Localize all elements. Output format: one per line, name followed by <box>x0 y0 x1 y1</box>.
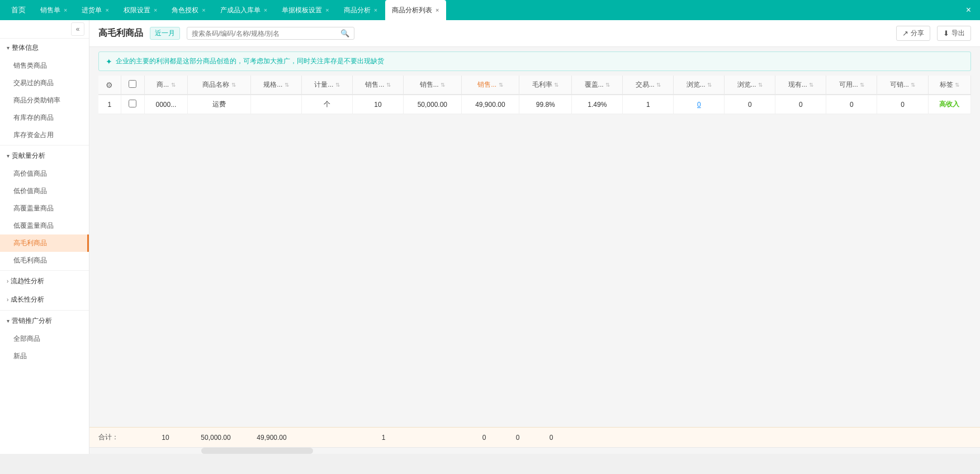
sort-trade-icon: ⇅ <box>656 82 661 88</box>
th-sales-qty[interactable]: 销售... ⇅ <box>353 76 404 95</box>
footer-sales-cost: 49,900.00 <box>244 434 300 442</box>
footer-cells: 10 50,000.00 49,900.00 1 0 0 0 <box>143 434 971 442</box>
sidebar-group-marketing[interactable]: ▾ 营销推广分析 <box>0 312 89 330</box>
td-current-stock: 0 <box>775 95 826 114</box>
sort-browse1-icon: ⇅ <box>707 82 712 88</box>
sort-code-icon: ⇅ <box>171 82 176 88</box>
nav-tab-role[interactable]: 角色授权 × <box>165 0 212 20</box>
footer-trade-count: 1 <box>367 434 400 442</box>
sidebar-item-high-margin[interactable]: 高毛利商品 <box>0 234 89 252</box>
td-code: 0000... <box>144 95 188 114</box>
sidebar-item-low-coverage[interactable]: 低覆盖量商品 <box>0 217 89 234</box>
nav-home[interactable]: 首页 <box>4 0 32 20</box>
td-sales-cost: 49,900.00 <box>461 95 519 114</box>
footer-browse2 <box>434 434 467 442</box>
nav-tab-analysis-list[interactable]: 商品分析列表 × <box>385 0 446 20</box>
sidebar-item-new-goods[interactable]: 新品 <box>0 348 89 365</box>
settings-icon[interactable]: ⚙ <box>106 81 113 90</box>
main-layout: « ▾ 整体信息 销售类商品 交易过的商品 商品分类助销率 有库存的商品 库存资… <box>0 20 980 454</box>
nav-tab-template[interactable]: 单据模板设置 × <box>275 0 335 20</box>
footer-available-stock: 0 <box>501 434 534 442</box>
th-tag[interactable]: 标签 ⇅ <box>928 76 971 95</box>
sidebar-item-category-rate[interactable]: 商品分类助销率 <box>0 92 89 109</box>
close-analysis-list-tab[interactable]: × <box>435 7 439 13</box>
nav-tab-sales[interactable]: 销售单 × <box>34 0 74 20</box>
tip-bar: ✦ 企业的主要的利润都是这部分商品创造的，可考虑加大推广，同时关注库存是不要出现… <box>98 51 971 71</box>
sidebar-item-sales-goods[interactable]: 销售类商品 <box>0 57 89 74</box>
close-permission-tab[interactable]: × <box>154 7 157 13</box>
close-analysis-tab[interactable]: × <box>374 7 377 13</box>
window-close-btn[interactable]: × <box>962 5 976 15</box>
arrow-marketing: ▾ <box>7 318 10 324</box>
tip-icon: ✦ <box>106 57 112 66</box>
arrow-overall: ▾ <box>7 45 10 51</box>
sidebar-item-stock-goods[interactable]: 有库存的商品 <box>0 109 89 126</box>
scroll-bar[interactable] <box>89 447 980 454</box>
th-unit[interactable]: 计量... ⇅ <box>302 76 353 95</box>
nav-tab-purchase[interactable]: 进货单 × <box>75 0 115 20</box>
table-container[interactable]: ⚙ 商... ⇅ 商品名称 ⇅ <box>98 76 971 427</box>
td-tag: 高收入 <box>928 95 971 114</box>
export-button[interactable]: ⬇ 导出 <box>937 26 971 41</box>
nav-tab-product-inbound[interactable]: 产成品入库单 × <box>214 0 274 20</box>
th-gross-margin[interactable]: 毛利率 ⇅ <box>519 76 572 95</box>
footer-browse1 <box>400 434 434 442</box>
th-name[interactable]: 商品名称 ⇅ <box>188 76 251 95</box>
sidebar-collapse-btn[interactable]: « <box>71 22 84 36</box>
share-button[interactable]: ↗ 分享 <box>896 26 930 41</box>
close-product-inbound-tab[interactable]: × <box>264 7 267 13</box>
footer-sales-qty: 10 <box>143 434 188 442</box>
select-all-checkbox[interactable] <box>129 80 136 88</box>
search-input[interactable] <box>192 30 338 37</box>
sidebar-item-stock-capital[interactable]: 库存资金占用 <box>0 126 89 144</box>
search-box: 🔍 <box>187 27 354 40</box>
th-coverage[interactable]: 覆盖... ⇅ <box>572 76 623 95</box>
tag-label: 高收入 <box>939 100 959 108</box>
th-sales-amount[interactable]: 销售... ⇅ <box>404 76 462 95</box>
sort-available-icon: ⇅ <box>860 82 864 88</box>
th-trade-count[interactable]: 交易... ⇅ <box>623 76 674 95</box>
close-sales-tab[interactable]: × <box>64 7 67 13</box>
th-code[interactable]: 商... ⇅ <box>144 76 188 95</box>
th-browse2[interactable]: 浏览... ⇅ <box>725 76 775 95</box>
close-role-tab[interactable]: × <box>202 7 205 13</box>
th-spec[interactable]: 规格... ⇅ <box>250 76 301 95</box>
search-icon[interactable]: 🔍 <box>340 29 349 37</box>
sort-saleable-icon: ⇅ <box>911 82 915 88</box>
nav-tab-permission[interactable]: 权限设置 × <box>117 0 164 20</box>
sidebar-group-overall[interactable]: ▾ 整体信息 <box>0 39 89 57</box>
browse1-link[interactable]: 0 <box>697 101 701 109</box>
nav-tab-analysis[interactable]: 商品分析 × <box>337 0 384 20</box>
td-index: 1 <box>98 95 121 114</box>
sidebar-group-contribution[interactable]: ▾ 贡献量分析 <box>0 147 89 165</box>
th-available-stock[interactable]: 可用... ⇅ <box>826 76 877 95</box>
th-browse1[interactable]: 浏览... ⇅ <box>674 76 725 95</box>
sort-sales-qty-icon: ⇅ <box>386 82 391 88</box>
sidebar-group-growth[interactable]: › 成长性分析 <box>0 290 89 309</box>
footer-label: 合计： <box>98 433 143 442</box>
td-browse2: 0 <box>725 95 775 114</box>
th-current-stock[interactable]: 现有... ⇅ <box>775 76 826 95</box>
sidebar-item-high-coverage[interactable]: 高覆盖量商品 <box>0 200 89 217</box>
table-row: 1 0000... 运费 个 10 50,000.00 49,900.00 99… <box>98 95 971 114</box>
sidebar-item-low-value[interactable]: 低价值商品 <box>0 182 89 200</box>
content-header: 高毛利商品 近一月 🔍 ↗ 分享 ⬇ 导出 <box>89 20 980 47</box>
period-button[interactable]: 近一月 <box>150 27 180 40</box>
close-template-tab[interactable]: × <box>325 7 329 13</box>
sidebar-group-trend[interactable]: › 流趋性分析 <box>0 272 89 290</box>
arrow-growth: › <box>7 297 8 303</box>
sidebar-item-low-margin[interactable]: 低毛利商品 <box>0 252 89 269</box>
sidebar-item-all-goods[interactable]: 全部商品 <box>0 330 89 348</box>
th-sales-cost[interactable]: 销售... ⇅ <box>461 76 519 95</box>
close-purchase-tab[interactable]: × <box>105 7 108 13</box>
tip-text: 企业的主要的利润都是这部分商品创造的，可考虑加大推广，同时关注库存是不要出现缺货 <box>116 57 384 66</box>
share-icon: ↗ <box>902 29 908 37</box>
export-icon: ⬇ <box>943 29 949 37</box>
sidebar-item-high-value[interactable]: 高价值商品 <box>0 165 89 182</box>
sort-tag-icon: ⇅ <box>955 82 959 88</box>
sidebar-item-traded-goods[interactable]: 交易过的商品 <box>0 74 89 92</box>
th-saleable-stock[interactable]: 可销... ⇅ <box>877 76 928 95</box>
td-available-stock: 0 <box>826 95 877 114</box>
td-browse1[interactable]: 0 <box>674 95 725 114</box>
row-checkbox[interactable] <box>129 100 136 107</box>
